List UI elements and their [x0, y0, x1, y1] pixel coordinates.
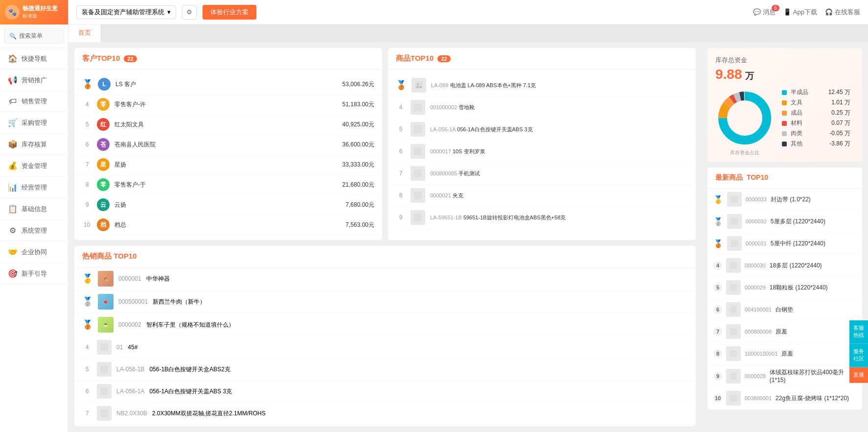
marketing-icon: 📢 [8, 75, 18, 85]
sidebar-item-inventory[interactable]: 📦 库存核算 [0, 134, 68, 155]
inventory-legend: 半成品 12.45 万 文具 1.01 万 成品 0.25 万 [782, 88, 850, 148]
medal-bronze-icon: 🥉 [713, 239, 723, 248]
list-item: 9 云 云扬 7,680.00元 [74, 195, 382, 215]
item-code: 0000029 [745, 285, 766, 290]
main-wrapper: 装备及固定资产辅助管理系统 ▾ ⚙ 体验行业方案 💬 消息 6 📱 App下载 … [69, 0, 868, 432]
sidebar-item-finance[interactable]: 💰 资金管理 [0, 155, 68, 177]
avatar: 红 [97, 118, 110, 131]
trial-button[interactable]: 体验行业方案 [203, 5, 256, 20]
list-item: 🥉 L LS 客户 53,006.26元 [74, 74, 382, 95]
sidebar-search-area: 🔍 搜索菜单 [0, 24, 68, 48]
sidebar-item-guide[interactable]: 🎯 新手引导 [0, 263, 68, 285]
avatar: 苍 [97, 138, 110, 151]
product-img: 🍖 [98, 271, 114, 287]
online-service-label: 在线客服 [835, 8, 860, 17]
item-code: 0000001 [118, 275, 141, 282]
search-menu-button[interactable]: 🔍 搜索菜单 [4, 28, 64, 44]
list-item: 8 0000021 夹克 [388, 185, 696, 207]
product-thumb [97, 384, 112, 399]
sidebar-item-purchase[interactable]: 🛒 采购管理 [0, 112, 68, 134]
sidebar-item-sales[interactable]: 🏷 销售管理 [0, 91, 68, 112]
sidebar-item-basic[interactable]: 📋 基础信息 [0, 198, 68, 220]
inventory-title: 库存总资金 [715, 56, 854, 65]
app-download-button[interactable]: 📱 App下载 [783, 8, 817, 17]
newest-products-list: 🥇 0000033 封边带 (1.0*22) 🥈 0000032 5 [708, 189, 862, 409]
rank-num: 8 [713, 349, 722, 358]
item-code: 10000100001 [745, 351, 777, 357]
legend-item: 其他 -3.86 万 [782, 140, 850, 148]
sidebar-item-label: 系统管理 [22, 226, 47, 235]
tab-home[interactable]: 首页 [69, 24, 101, 42]
float-btn-service[interactable]: 客服热线 [849, 320, 868, 344]
list-item: 🥇 🍖 0000001 中华神器 [74, 267, 696, 290]
rank-num: 6 [713, 305, 722, 314]
newest-products-header: 最新商品 TOP10 [708, 168, 862, 189]
sidebar-item-marketing[interactable]: 📢 营销推广 [0, 70, 68, 91]
item-name: LA-056-1A 056-1A白色按键开关盖ABS 3克 [430, 126, 688, 133]
company-icon: 🤝 [8, 247, 18, 257]
rank-num: 6 [396, 148, 406, 155]
product-thumb [97, 406, 112, 421]
list-item: 4 01 45# [74, 336, 696, 359]
sidebar-item-label: 基础信息 [22, 205, 47, 214]
search-icon: 🔍 [9, 33, 17, 40]
logo-icon: 🐾 [5, 5, 20, 20]
medal-bronze-icon: 🥉 [82, 319, 93, 330]
legend-name: 肉类 [791, 129, 825, 138]
svg-point-1 [417, 83, 419, 85]
sidebar-item-quick-nav[interactable]: 🏠 快捷导航 [0, 48, 68, 70]
system-selector[interactable]: 装备及固定资产辅助管理系统 ▾ [76, 5, 176, 19]
topbar-actions: 💬 消息 6 📱 App下载 🎧 在线客服 [753, 8, 860, 17]
item-name: 5厘多层 (1220*2440) [771, 217, 825, 226]
item-name: 2.0X30MM双搓花轴,搓花直径2.1MM/ROHS [152, 409, 266, 418]
list-item: 🥇 0000033 封边带 (1.0*22) [708, 189, 862, 211]
home-icon: 🏠 [8, 54, 18, 63]
legend-color [782, 142, 787, 146]
customer-top10-card: 客户TOP10 22 🥉 L LS 客户 53,006.26元 4 [74, 48, 382, 240]
avatar: 档 [97, 218, 110, 231]
notification-badge: 6 [772, 5, 779, 11]
item-name: LA-089 电池盖 LA-089 ABS本色+黑种 7.1克 [431, 82, 688, 89]
sidebar-brand: 畅捷通好生意 标准版 [23, 5, 58, 20]
rank-num: 5 [396, 126, 406, 133]
sidebar-item-system[interactable]: ⚙ 系统管理 [0, 220, 68, 241]
item-name: 原羞 [781, 350, 793, 358]
item-name: 档总 [114, 221, 341, 229]
guide-icon: 🎯 [8, 269, 18, 278]
legend-name: 文具 [791, 98, 827, 107]
legend-item: 肉类 -0.05 万 [782, 129, 850, 138]
float-btn-community[interactable]: 服务社区 [849, 344, 868, 367]
avatar: 云 [97, 198, 110, 211]
sidebar-item-operations[interactable]: 📊 经营管理 [0, 177, 68, 198]
inventory-title-text: 库存总资金 [715, 56, 747, 64]
svg-rect-7 [414, 214, 422, 221]
item-name: 新西兰牛肉（新牛） [153, 298, 206, 306]
rank-num: 6 [82, 141, 92, 148]
brand-subtitle: 标准版 [23, 13, 58, 20]
legend-name: 材料 [791, 119, 827, 127]
sidebar-nav: 🏠 快捷导航 📢 营销推广 🏷 销售管理 🛒 采购管理 📦 库存核算 💰 资金管… [0, 48, 68, 432]
newest-products-card: 最新商品 TOP10 🥇 0000033 封边带 (1.0*22) 🥈 [708, 168, 862, 409]
item-value: 36,600.00元 [343, 141, 374, 149]
item-value: 7,563.00元 [345, 221, 374, 229]
online-service-button[interactable]: 🎧 在线客服 [825, 8, 860, 17]
item-code: 0000002 [118, 321, 141, 328]
settings-button[interactable]: ⚙ [182, 5, 197, 20]
top-row: 客户TOP10 22 🥉 L LS 客户 53,006.26元 4 [74, 48, 696, 240]
legend-name: 半成品 [791, 88, 824, 96]
item-name: 001000002 雪地靴 [430, 104, 688, 111]
item-code: 003800001 [745, 395, 772, 401]
list-item: 6 004100001 白钢垫 [708, 299, 862, 321]
item-name: 云扬 [114, 201, 341, 209]
svg-rect-11 [100, 409, 108, 417]
float-btn-live[interactable]: 直播 [849, 367, 868, 383]
product-thumb [726, 369, 741, 384]
sidebar-item-company[interactable]: 🤝 企业协同 [0, 241, 68, 263]
notification-button[interactable]: 💬 消息 6 [753, 8, 776, 17]
rank-num: 5 [82, 366, 92, 373]
sidebar: 🐾 畅捷通好生意 标准版 🔍 搜索菜单 🏠 快捷导航 📢 营销推广 🏷 销售管理… [0, 0, 69, 432]
product-thumb [727, 214, 742, 229]
item-value: 7,680.00元 [345, 201, 374, 209]
sidebar-item-label: 新手引导 [22, 269, 47, 278]
product-thumb [411, 210, 425, 225]
